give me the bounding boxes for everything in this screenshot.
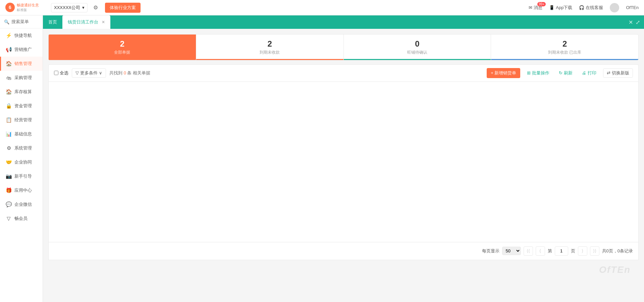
inventory-label: 库存核算 [14, 89, 32, 95]
finance-label: 资金管理 [14, 103, 32, 109]
tab-home[interactable]: 首页 [43, 15, 62, 29]
topbar: 6 畅捷通好生意 标准版 XXXXXX公司 ▾ ⚙ 体验行业方案 ✉ 消息 99… [0, 0, 644, 15]
search-menu[interactable]: 🔍 搜索菜单 [0, 15, 43, 28]
company-selector[interactable]: XXXXXX公司 ▾ [51, 3, 88, 12]
stat-overdue[interactable]: 2 到期未收款 [196, 35, 344, 60]
logo-icon: 6 [5, 3, 15, 12]
sidebar-item-guide[interactable]: 📷 新手引导 [0, 169, 43, 183]
refresh-button[interactable]: ↻ 刷新 [556, 69, 575, 77]
member-label: 畅会员 [14, 216, 28, 222]
app-center-label: 应用中心 [14, 187, 32, 193]
sidebar-item-app-center[interactable]: 🎁 应用中心 [0, 183, 43, 197]
stats-cards: 2 全部单据 2 到期未收款 0 旺铺待确认 2 到期未收款 已出库 [48, 34, 639, 60]
system-icon: ⚙ [6, 145, 12, 151]
tab-close-all-icon[interactable]: ✕ [627, 18, 634, 27]
page-size-select[interactable]: 20 50 100 [502, 247, 521, 255]
select-all-label: 全选 [60, 70, 68, 76]
sidebar-item-purchase[interactable]: 🛍 采购管理 [0, 71, 43, 85]
wechat-label: 企业微信 [14, 201, 32, 207]
settings-button[interactable]: ⚙ [90, 2, 101, 13]
filter-chevron-icon: ∨ [99, 70, 102, 75]
select-all-input[interactable] [54, 71, 58, 75]
refresh-label: 刷新 [564, 70, 573, 76]
basics-icon: 📊 [6, 131, 12, 137]
tab-close-button[interactable]: ✕ [102, 20, 105, 24]
headset-icon: 🎧 [579, 5, 584, 10]
empty-state [49, 82, 638, 216]
page-unit: 页 [571, 248, 575, 254]
print-label: 打印 [588, 70, 596, 76]
stat-overdue-label: 到期未收款 [203, 50, 337, 55]
tab-nav: 首页 钱货日清工作台 ✕ ✕ ⤢ [43, 15, 644, 29]
switch-version-button[interactable]: ⇄ 切换新版 [603, 68, 633, 78]
print-button[interactable]: 🖨 打印 [579, 69, 599, 77]
sidebar-item-sales[interactable]: 🏠 销售管理 [0, 57, 43, 71]
online-service-button[interactable]: 🎧 在线客服 [579, 5, 603, 11]
sidebar-item-quick-nav[interactable]: ⚡ 快捷导航 [0, 28, 43, 43]
app-download-icon: 📱 [549, 5, 554, 10]
operations-icon: 📋 [6, 117, 12, 123]
sidebar-item-enterprise[interactable]: 🤝 企业协同 [0, 155, 43, 169]
tab-expand-icon[interactable]: ⤢ [634, 18, 641, 27]
sidebar-item-operations[interactable]: 📋 经营管理 [0, 113, 43, 127]
filter-label: 更多条件 [80, 70, 98, 76]
toolbar: 全选 ▽ 更多条件 ∨ 共找到 0 条 相关单据 + 新增销货单 ⊞ 批量操作 … [48, 64, 639, 81]
workbench-tab-label: 钱货日清工作台 [68, 19, 98, 25]
stat-wangpu[interactable]: 0 旺铺待确认 [344, 35, 491, 60]
marketing-label: 营销推广 [14, 47, 32, 53]
operations-label: 经营管理 [14, 117, 32, 123]
sidebar-item-member[interactable]: ▽ 畅会员 [0, 212, 43, 226]
refresh-icon: ↻ [559, 70, 562, 75]
new-sale-button[interactable]: + 新增销货单 [487, 68, 520, 78]
result-count: 0 [124, 70, 126, 75]
enterprise-label: 企业协同 [14, 159, 32, 165]
avatar-name: OfTEn [626, 5, 639, 10]
sidebar-item-system[interactable]: ⚙ 系统管理 [0, 141, 43, 155]
batch-label: 批量操作 [532, 70, 549, 76]
stat-all[interactable]: 2 全部单据 [49, 35, 196, 60]
print-icon: 🖨 [582, 70, 586, 75]
guide-icon: 📷 [6, 173, 12, 179]
prev-page-button[interactable]: ⟨ [536, 246, 545, 256]
select-all-checkbox[interactable]: 全选 [54, 70, 68, 76]
search-menu-label: 搜索菜单 [11, 19, 29, 25]
sidebar-item-marketing[interactable]: 📢 营销推广 [0, 43, 43, 57]
batch-button[interactable]: ⊞ 批量操作 [524, 69, 552, 77]
app-download-button[interactable]: 📱 App下载 [549, 5, 572, 11]
total-info: 共0页，0条记录 [602, 248, 633, 254]
stat-wangpu-label: 旺铺待确认 [351, 50, 484, 55]
switch-label: 切换新版 [612, 70, 629, 75]
sidebar-item-basics[interactable]: 📊 基础信息 [0, 127, 43, 141]
pagination: 每页显示 20 50 100 ⟨⟨ ⟨ 第 页 ⟩ ⟩⟩ 共0页，0条记录 [48, 242, 639, 260]
sidebar-item-inventory[interactable]: 🏠 库存核算 [0, 85, 43, 99]
sidebar-item-finance[interactable]: 🔒 资金管理 [0, 99, 43, 113]
first-page-button[interactable]: ⟨⟨ [524, 246, 533, 256]
stat-shipped[interactable]: 2 到期未收款 已出库 [491, 35, 638, 60]
last-page-button[interactable]: ⟩⟩ [590, 246, 599, 256]
purchase-icon: 🛍 [6, 75, 12, 81]
result-unit: 条 [127, 70, 131, 75]
home-tab-label: 首页 [48, 19, 57, 25]
result-text: 共找到 0 条 相关单据 [109, 70, 150, 76]
page-input[interactable] [555, 246, 568, 256]
stat-all-number: 2 [55, 39, 189, 49]
page-label: 第 [548, 248, 552, 254]
stat-wangpu-bar [344, 59, 491, 60]
guide-label: 新手引导 [14, 173, 32, 179]
brand-sub: 标准版 [17, 8, 39, 12]
finance-icon: 🔒 [6, 103, 12, 109]
messages-button[interactable]: ✉ 消息 99+ [529, 5, 542, 11]
logo: 6 畅捷通好生意 标准版 [5, 3, 48, 12]
app-center-icon: 🎁 [6, 187, 12, 193]
result-suffix: 相关单据 [133, 70, 150, 75]
experience-button[interactable]: 体验行业方案 [105, 3, 141, 13]
enterprise-icon: 🤝 [6, 159, 12, 165]
tab-workbench[interactable]: 钱货日清工作台 ✕ [62, 15, 110, 29]
more-filter-button[interactable]: ▽ 更多条件 ∨ [72, 68, 106, 78]
stat-shipped-number: 2 [498, 39, 632, 49]
next-page-button[interactable]: ⟩ [578, 246, 587, 256]
sidebar-item-wechat[interactable]: 💬 企业微信 [0, 197, 43, 212]
stat-shipped-bar [491, 59, 638, 60]
avatar[interactable] [610, 3, 619, 12]
search-icon: 🔍 [4, 19, 9, 24]
